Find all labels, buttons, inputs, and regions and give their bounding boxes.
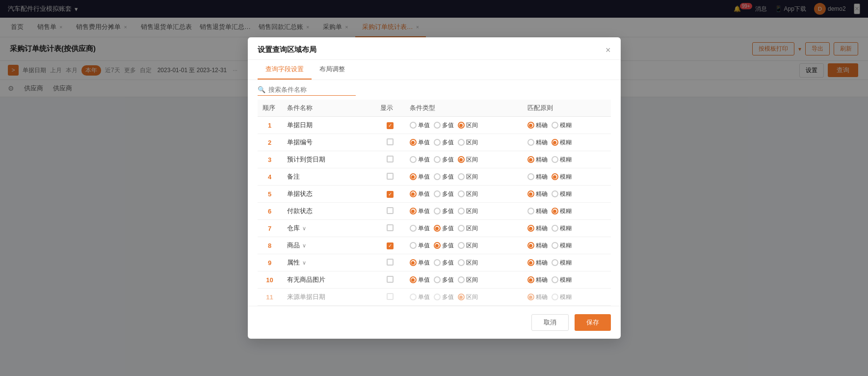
- modal-tab-fields[interactable]: 查询字段设置: [258, 60, 312, 80]
- search-icon: 🔍: [258, 86, 265, 93]
- modal-title: 设置查询区域布局: [258, 45, 316, 54]
- modal-overlay: 设置查询区域布局 × 查询字段设置 布局调整 🔍 顺序 条件名称 显示: [0, 0, 868, 97]
- modal-search-area: 🔍: [248, 80, 621, 97]
- modal-close-button[interactable]: ×: [605, 46, 611, 54]
- modal-dialog: 设置查询区域布局 × 查询字段设置 布局调整 🔍 顺序 条件名称 显示: [248, 37, 621, 97]
- search-input[interactable]: [268, 86, 347, 93]
- search-box: 🔍: [258, 86, 356, 96]
- modal-tab-layout[interactable]: 布局调整: [312, 60, 353, 80]
- modal-tabs: 查询字段设置 布局调整: [248, 60, 621, 80]
- modal-header: 设置查询区域布局 ×: [248, 37, 621, 60]
